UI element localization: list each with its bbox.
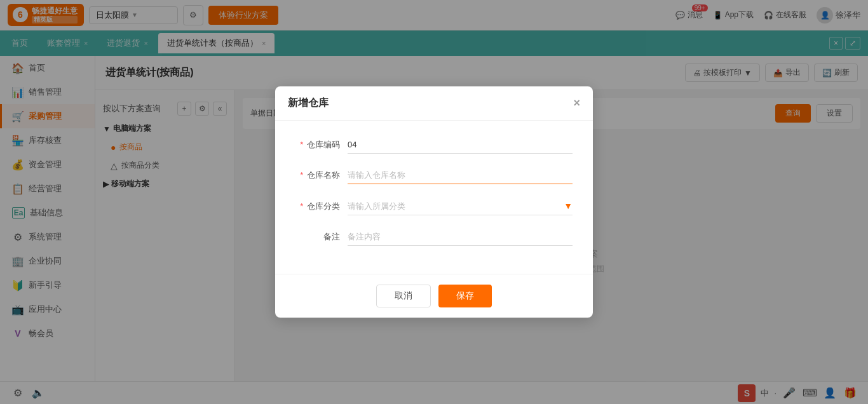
name-label: * 仓库名称: [295, 170, 340, 181]
warehouse-code-input[interactable]: [348, 136, 573, 154]
cancel-button[interactable]: 取消: [376, 285, 431, 307]
category-dropdown-icon: ▼: [564, 201, 573, 211]
form-row-name: * 仓库名称: [295, 166, 573, 184]
remark-input[interactable]: [348, 228, 573, 246]
name-required-mark: *: [300, 170, 303, 180]
form-row-remark: 备注: [295, 228, 573, 246]
category-required-mark: *: [300, 201, 303, 211]
warehouse-name-input[interactable]: [348, 166, 573, 184]
modal-overlay[interactable]: 新增仓库 × * 仓库编码 * 仓库名称: [0, 0, 868, 404]
code-required-mark: *: [300, 140, 303, 149]
modal-footer: 取消 保存: [275, 274, 593, 318]
remark-label: 备注: [295, 231, 340, 243]
modal-new-warehouse: 新增仓库 × * 仓库编码 * 仓库名称: [275, 86, 593, 318]
code-label: * 仓库编码: [295, 139, 340, 151]
modal-title: 新增仓库: [288, 97, 329, 110]
form-row-code: * 仓库编码: [295, 136, 573, 154]
category-select-row[interactable]: ▼: [348, 197, 573, 215]
modal-body: * 仓库编码 * 仓库名称 * 仓库分类: [275, 121, 593, 274]
modal-close-button[interactable]: ×: [573, 97, 580, 110]
category-input[interactable]: [348, 201, 564, 211]
modal-header: 新增仓库 ×: [275, 86, 593, 121]
category-label: * 仓库分类: [295, 201, 340, 212]
save-button[interactable]: 保存: [438, 285, 492, 307]
form-row-category: * 仓库分类 ▼: [295, 197, 573, 215]
